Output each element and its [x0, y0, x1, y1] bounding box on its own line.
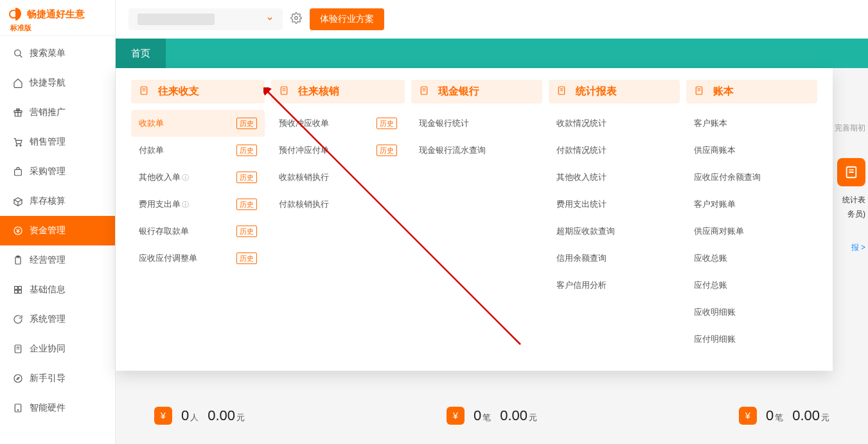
- sidebar-item-12[interactable]: 智能硬件: [0, 393, 115, 423]
- svg-point-1: [15, 50, 21, 56]
- mega-item-4-2[interactable]: 应收应付余额查询: [686, 164, 817, 191]
- mega-item-3-3[interactable]: 费用支出统计: [549, 191, 680, 218]
- mega-item-3-1[interactable]: 付款情况统计: [549, 137, 680, 164]
- mega-item-4-1[interactable]: 供应商账本: [686, 137, 817, 164]
- mega-item-2-1[interactable]: 现金银行流水查询: [411, 137, 542, 164]
- sidebar-item-7[interactable]: 经营管理: [0, 245, 115, 275]
- mega-column-1: 往来核销预收冲应收单历史预付冲应付单历史收款核销执行付款核销执行: [271, 80, 405, 353]
- history-tag[interactable]: 历史: [236, 226, 257, 237]
- mega-item-1-2[interactable]: 收款核销执行: [271, 164, 405, 191]
- stat-2: ¥ 0笔 0.00元: [739, 407, 829, 425]
- history-tag[interactable]: 历史: [376, 118, 397, 129]
- sidebar-item-3[interactable]: 销售管理: [0, 127, 115, 157]
- mega-item-4-0[interactable]: 客户账本: [686, 110, 817, 137]
- svg-point-21: [17, 410, 18, 411]
- mega-item-label: 应收应付余额查询: [694, 172, 761, 183]
- tab-home[interactable]: 首页: [116, 39, 166, 68]
- sidebar-item-6[interactable]: 资金管理: [0, 216, 115, 245]
- mega-item-2-0[interactable]: 现金银行统计: [411, 110, 542, 137]
- mega-item-3-6[interactable]: 客户信用分析: [549, 272, 680, 299]
- sidebar-item-0[interactable]: 搜索菜单: [0, 39, 115, 68]
- mega-item-3-4[interactable]: 超期应收款查询: [549, 218, 680, 245]
- mega-item-label: 客户信用分析: [556, 280, 607, 291]
- help-icon: ⓘ: [182, 173, 189, 182]
- mega-item-label: 超期应收款查询: [556, 226, 615, 237]
- mega-item-label: 信用余额查询: [556, 253, 607, 264]
- mega-item-1-1[interactable]: 预付冲应付单历史: [271, 137, 405, 164]
- mega-item-label: 供应商对账单: [694, 226, 744, 237]
- mega-item-4-3[interactable]: 客户对账单: [686, 191, 817, 218]
- mega-item-1-3[interactable]: 付款核销执行: [271, 191, 405, 218]
- history-tag[interactable]: 历史: [236, 145, 257, 156]
- company-selector[interactable]: [128, 8, 283, 30]
- mega-item-1-0[interactable]: 预收冲应收单历史: [271, 110, 405, 137]
- sidebar-item-11[interactable]: 新手引导: [0, 364, 115, 393]
- mega-item-0-0[interactable]: 收款单历史: [131, 110, 265, 137]
- compass-icon: [13, 373, 23, 384]
- sidebar-item-8[interactable]: 基础信息: [0, 275, 115, 305]
- mega-item-0-4[interactable]: 银行存取款单历史: [131, 218, 265, 245]
- sidebar-item-9[interactable]: 系统管理: [0, 305, 115, 334]
- help-icon: ⓘ: [182, 200, 189, 209]
- svg-point-22: [295, 17, 298, 20]
- mega-item-label: 应收明细账: [694, 306, 736, 318]
- tab-strip: 首页: [116, 39, 868, 68]
- brand-name: 畅捷通好生意: [27, 8, 85, 21]
- svg-rect-11: [15, 287, 18, 290]
- mega-item-0-2[interactable]: 其他收入单ⓘ历史: [131, 164, 265, 191]
- mega-item-4-5[interactable]: 应收总账: [686, 245, 817, 272]
- sidebar: 畅捷通好生意 标准版 搜索菜单快捷导航营销推广销售管理采购管理库存核算资金管理经…: [0, 0, 116, 444]
- history-tag[interactable]: 历史: [376, 145, 397, 156]
- history-tag[interactable]: 历史: [236, 172, 257, 183]
- hint-1: 完善期初: [835, 118, 865, 138]
- mega-item-3-2[interactable]: 其他收入统计: [549, 164, 680, 191]
- svg-rect-7: [15, 170, 22, 175]
- hint-3[interactable]: 报 >: [842, 238, 865, 257]
- sidebar-item-5[interactable]: 库存核算: [0, 186, 115, 216]
- right-hints-2: 统计表 务员) 报 >: [842, 190, 868, 257]
- stat-count-unit: 笔: [775, 413, 783, 422]
- mega-item-3-0[interactable]: 收款情况统计: [549, 110, 680, 137]
- history-tag[interactable]: 历史: [236, 199, 257, 210]
- svg-rect-13: [15, 290, 18, 294]
- svg-rect-14: [19, 290, 22, 294]
- settings-icon[interactable]: [290, 12, 302, 26]
- stat-0: ¥ 0人 0.00元: [154, 407, 245, 425]
- mega-item-0-1[interactable]: 付款单历史: [131, 137, 265, 164]
- grid-icon: [13, 285, 23, 295]
- hint-2b: 务员): [842, 209, 865, 218]
- mega-item-0-5[interactable]: 应收应付调整单历史: [131, 245, 265, 272]
- mega-item-label: 其他收入统计: [556, 172, 607, 183]
- mega-item-4-4[interactable]: 供应商对账单: [686, 218, 817, 245]
- sidebar-item-4[interactable]: 采购管理: [0, 157, 115, 186]
- mega-item-3-5[interactable]: 信用余额查询: [549, 245, 680, 272]
- sidebar-item-label: 搜索菜单: [30, 48, 66, 59]
- sidebar-item-10[interactable]: 企业协同: [0, 334, 115, 364]
- mega-item-label: 预收冲应收单: [279, 118, 329, 129]
- mega-item-label: 费用支出单ⓘ: [139, 199, 189, 210]
- mega-item-4-7[interactable]: 应收明细账: [686, 299, 817, 326]
- money-icon: [13, 226, 23, 236]
- bag-icon: [13, 166, 23, 177]
- sidebar-item-1[interactable]: 快捷导航: [0, 68, 115, 98]
- float-action-button[interactable]: [837, 158, 865, 186]
- industry-plan-button[interactable]: 体验行业方案: [310, 8, 384, 30]
- mega-item-label: 客户账本: [694, 118, 727, 129]
- stat-amount-unit: 元: [821, 413, 829, 422]
- mega-item-label: 收款单: [139, 118, 164, 129]
- mega-item-4-8[interactable]: 应付明细账: [686, 326, 817, 353]
- sidebar-item-2[interactable]: 营销推广: [0, 98, 115, 127]
- home-icon: [13, 78, 23, 88]
- brand-edition: 标准版: [10, 23, 107, 33]
- stat-icon: ¥: [739, 407, 757, 425]
- stat-count: 0: [766, 407, 774, 423]
- topbar: 体验行业方案: [116, 0, 868, 39]
- mega-item-0-3[interactable]: 费用支出单ⓘ历史: [131, 191, 265, 218]
- stat-amount: 0.00: [792, 407, 820, 423]
- mega-item-label: 应收总账: [694, 253, 727, 264]
- history-tag[interactable]: 历史: [236, 118, 257, 129]
- sidebar-item-label: 采购管理: [30, 166, 66, 177]
- mega-header: 往来收支: [131, 80, 265, 103]
- history-tag[interactable]: 历史: [236, 253, 257, 264]
- mega-item-4-6[interactable]: 应付总账: [686, 272, 817, 299]
